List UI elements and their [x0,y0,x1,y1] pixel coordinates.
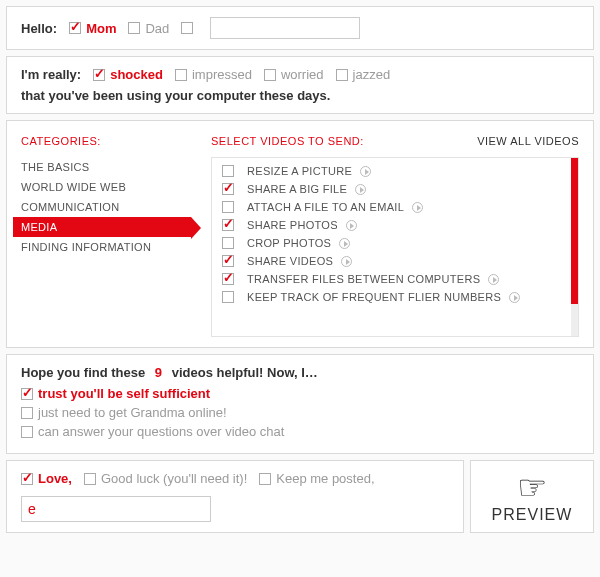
play-icon[interactable] [412,202,423,213]
checkbox-icon [93,69,105,81]
closing-option[interactable]: can answer your questions over video cha… [21,424,579,439]
signoff-option-love[interactable]: Love, [21,471,72,486]
checkbox-icon [21,473,33,485]
closing-option[interactable]: just need to get Grandma online! [21,405,579,420]
closing-sentence: Hope you find these 9 videos helpful! No… [21,365,579,380]
signature-input[interactable]: e [21,496,211,522]
play-icon[interactable] [509,292,520,303]
videos-panel: CATEGORIES: THE BASICS WORLD WIDE WEB CO… [6,120,594,348]
category-item[interactable]: COMMUNICATION [21,197,191,217]
category-item[interactable]: THE BASICS [21,157,191,177]
checkbox-icon [222,273,234,285]
pointing-hand-icon: ☞ [517,470,547,504]
videos-column: SELECT VIDEOS TO SEND: VIEW ALL VIDEOS R… [191,135,579,337]
checkbox-icon [336,69,348,81]
checkbox-icon [21,426,33,438]
play-icon[interactable] [341,256,352,267]
video-item[interactable]: TRANSFER FILES BETWEEN COMPUTERS [212,270,578,288]
checkbox-icon [222,291,234,303]
video-item[interactable]: SHARE A BIG FILE [212,180,578,198]
checkbox-icon [222,237,234,249]
checkbox-icon [21,388,33,400]
video-item[interactable]: KEEP TRACK OF FREQUENT FLIER NUMBERS [212,288,578,306]
really-prefix: I'm really: [21,67,81,82]
play-icon[interactable] [360,166,371,177]
really-option-jazzed[interactable]: jazzed [336,67,391,82]
category-item-active[interactable]: MEDIA [13,217,191,237]
hello-option-dad[interactable]: Dad [128,21,169,36]
checkbox-icon [69,22,81,34]
signoff-panel: Love, Good luck (you'll need it)! Keep m… [6,460,464,533]
closing-option[interactable]: trust you'll be self sufficient [21,386,579,401]
video-item[interactable]: CROP PHOTOS [212,234,578,252]
really-panel: I'm really: shocked impressed worried ja… [6,56,594,114]
play-icon[interactable] [488,274,499,285]
checkbox-icon [21,407,33,419]
checkbox-icon [259,473,271,485]
checkbox-icon [222,219,234,231]
hello-option-mom[interactable]: Mom [69,21,116,36]
video-item[interactable]: SHARE PHOTOS [212,216,578,234]
view-all-videos-link[interactable]: VIEW ALL VIDEOS [477,135,579,147]
preview-label: PREVIEW [492,506,573,524]
video-scrollbar[interactable] [571,158,578,336]
video-item[interactable]: RESIZE A PICTURE [212,162,578,180]
closing-panel: Hope you find these 9 videos helpful! No… [6,354,594,454]
really-option-worried[interactable]: worried [264,67,324,82]
scrollbar-thumb[interactable] [571,158,578,304]
checkbox-icon [222,183,234,195]
video-item[interactable]: ATTACH A FILE TO AN EMAIL [212,198,578,216]
hello-panel: Hello: Mom Dad [6,6,594,50]
checkbox-icon [222,255,234,267]
checkbox-icon [222,165,234,177]
video-count: 9 [155,365,162,380]
bottom-row: Love, Good luck (you'll need it)! Keep m… [6,460,594,539]
hello-label: Hello: [21,21,57,36]
checkbox-icon [181,22,193,34]
videos-header: SELECT VIDEOS TO SEND: [211,135,364,147]
play-icon[interactable] [355,184,366,195]
really-option-shocked[interactable]: shocked [93,67,163,82]
categories-header: CATEGORIES: [21,135,191,147]
category-item[interactable]: FINDING INFORMATION [21,237,191,257]
play-icon[interactable] [346,220,357,231]
preview-button[interactable]: ☞ PREVIEW [470,460,594,533]
category-item[interactable]: WORLD WIDE WEB [21,177,191,197]
hello-option-blank[interactable] [181,22,198,34]
video-list: RESIZE A PICTURE SHARE A BIG FILE ATTACH… [211,157,579,337]
checkbox-icon [264,69,276,81]
signoff-option-goodluck[interactable]: Good luck (you'll need it)! [84,471,247,486]
checkbox-icon [175,69,187,81]
checkbox-icon [84,473,96,485]
play-icon[interactable] [339,238,350,249]
categories-column: CATEGORIES: THE BASICS WORLD WIDE WEB CO… [21,135,191,337]
checkbox-icon [128,22,140,34]
hello-blank-input[interactable] [210,17,360,39]
video-item[interactable]: SHARE VIDEOS [212,252,578,270]
really-body: that you've been using your computer the… [21,88,579,103]
checkbox-icon [222,201,234,213]
signoff-option-keepposted[interactable]: Keep me posted, [259,471,374,486]
really-option-impressed[interactable]: impressed [175,67,252,82]
